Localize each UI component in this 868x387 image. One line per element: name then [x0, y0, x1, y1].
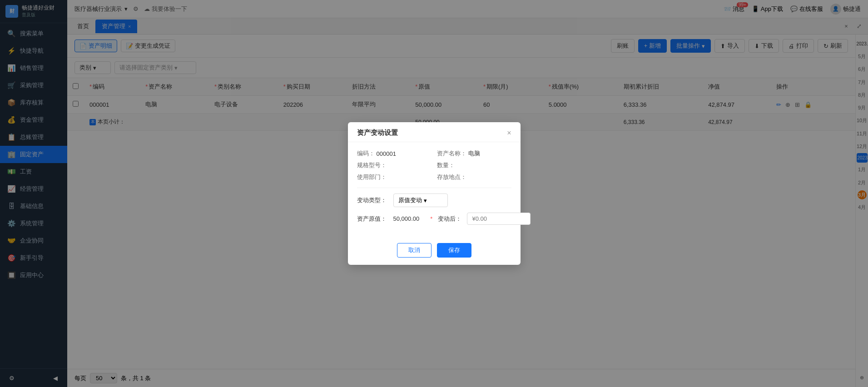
modal-dept-item: 使用部门： — [357, 173, 432, 181]
modal-header: 资产变动设置 × — [348, 122, 521, 142]
after-change-input[interactable] — [467, 213, 531, 225]
modal-quantity-label: 数量： — [437, 161, 455, 169]
modal-title: 资产变动设置 — [357, 129, 398, 137]
change-type-label: 变动类型： — [357, 196, 390, 204]
modal-overlay: 资产变动设置 × 编码： 000001 资产名称： 电脑 规格型号： 数量： — [0, 0, 868, 387]
modal-name-value: 电脑 — [468, 149, 480, 158]
original-value-label: 资产原值： — [357, 215, 390, 223]
modal-dept-label: 使用部门： — [357, 173, 387, 181]
modal-code-value: 000001 — [377, 150, 396, 157]
modal-body: 编码： 000001 资产名称： 电脑 规格型号： 数量： 使用部门： — [348, 142, 521, 238]
modal-divider — [357, 188, 511, 188]
after-change-label: 变动后： — [438, 215, 461, 223]
modal-location-label: 存放地点： — [437, 173, 466, 181]
change-type-value: 原值变动 — [398, 196, 422, 204]
modal-name-label: 资产名称： — [437, 149, 466, 158]
modal-footer: 取消 保存 — [348, 238, 521, 265]
modal-code-label: 编码： — [357, 149, 375, 158]
change-type-chevron-icon: ▾ — [424, 197, 427, 204]
asset-change-modal: 资产变动设置 × 编码： 000001 资产名称： 电脑 规格型号： 数量： — [348, 122, 521, 265]
modal-spec-label: 规格型号： — [357, 161, 387, 169]
required-mark: * — [430, 215, 432, 222]
change-type-select[interactable]: 原值变动 ▾ — [393, 194, 448, 207]
modal-spec-item: 规格型号： — [357, 161, 432, 169]
modal-name-item: 资产名称： 电脑 — [437, 149, 511, 158]
cancel-button[interactable]: 取消 — [397, 243, 432, 258]
original-value-display: 50,000.00 — [393, 215, 420, 222]
original-value-row: 资产原值： 50,000.00 * 变动后： — [357, 213, 511, 225]
modal-code-item: 编码： 000001 — [357, 149, 432, 158]
save-button[interactable]: 保存 — [437, 243, 471, 258]
modal-quantity-item: 数量： — [437, 161, 511, 169]
modal-info-grid: 编码： 000001 资产名称： 电脑 规格型号： 数量： 使用部门： — [357, 149, 511, 181]
change-type-row: 变动类型： 原值变动 ▾ — [357, 194, 511, 207]
modal-close-btn[interactable]: × — [507, 129, 511, 137]
modal-location-item: 存放地点： — [437, 173, 511, 181]
